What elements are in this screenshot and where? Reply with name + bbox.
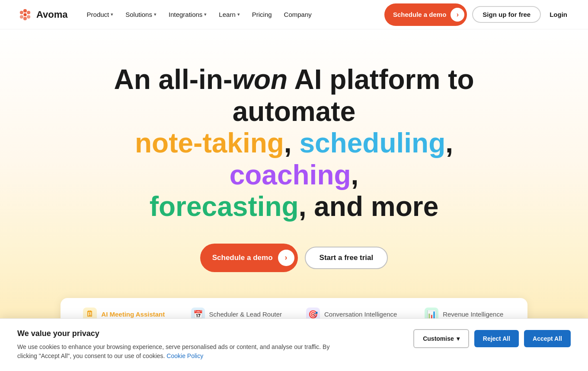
svg-point-0	[23, 13, 26, 16]
hero-buttons: Schedule a demo › Start a free trial	[17, 244, 571, 272]
free-trial-button[interactable]: Start a free trial	[305, 247, 388, 269]
svg-point-2	[27, 11, 30, 14]
svg-point-4	[23, 16, 27, 20]
schedule-demo-nav-button[interactable]: Schedule a demo ›	[384, 3, 467, 26]
hero-word-forecasting: forecasting	[150, 191, 299, 222]
svg-point-5	[20, 15, 23, 18]
customise-button[interactable]: Customise ▾	[413, 329, 469, 348]
reject-all-button[interactable]: Reject All	[474, 330, 519, 347]
nav-right: Schedule a demo › Sign up for free Login	[384, 3, 571, 26]
login-button[interactable]: Login	[546, 7, 571, 22]
hero-word-coaching: coaching	[230, 159, 351, 190]
chevron-down-icon: ▾	[111, 12, 113, 17]
cookie-title: We value your privacy	[17, 329, 346, 338]
chevron-down-icon: ▾	[457, 335, 460, 342]
svg-point-6	[20, 11, 23, 14]
hero-word-scheduling: scheduling	[299, 127, 445, 159]
svg-point-3	[27, 15, 30, 18]
nav-item-integrations[interactable]: Integrations ▾	[163, 7, 212, 22]
nav-links: Product ▾ Solutions ▾ Integrations ▾ Lea…	[82, 7, 317, 22]
nav-item-learn[interactable]: Learn ▾	[214, 7, 245, 22]
nav-item-solutions[interactable]: Solutions ▾	[120, 7, 162, 22]
schedule-demo-hero-button[interactable]: Schedule a demo ›	[200, 244, 298, 272]
hero-word-note-taking: note-taking	[135, 127, 284, 159]
nav-item-company[interactable]: Company	[279, 7, 317, 22]
headline-prefix: An all-in-	[114, 64, 232, 95]
cookie-buttons: Customise ▾ Reject All Accept All	[413, 329, 571, 348]
chevron-down-icon: ▾	[237, 12, 240, 17]
logo-text: Avoma	[36, 9, 68, 20]
hero-section: An all-in-won AI platform to automate no…	[0, 29, 588, 358]
cookie-body: We use cookies to enhance your browsing …	[17, 342, 346, 361]
logo-icon	[17, 7, 33, 22]
hero-headline: An all-in-won AI platform to automate no…	[99, 64, 489, 223]
arrow-circle-icon: ›	[278, 250, 294, 266]
cookie-content-row: We value your privacy We use cookies to …	[17, 329, 571, 361]
chevron-down-icon: ▾	[154, 12, 157, 17]
nav-item-pricing[interactable]: Pricing	[247, 7, 277, 22]
cookie-banner: We value your privacy We use cookies to …	[0, 318, 588, 371]
headline-won: won	[232, 64, 288, 95]
svg-point-1	[23, 9, 27, 12]
signup-button[interactable]: Sign up for free	[472, 6, 541, 23]
nav-item-product[interactable]: Product ▾	[82, 7, 119, 22]
accept-all-button[interactable]: Accept All	[524, 330, 571, 347]
nav-left: Avoma Product ▾ Solutions ▾ Integrations…	[17, 7, 317, 22]
arrow-circle-icon: ›	[451, 8, 464, 22]
cookie-content: We value your privacy We use cookies to …	[17, 329, 346, 361]
logo[interactable]: Avoma	[17, 7, 68, 22]
navigation: Avoma Product ▾ Solutions ▾ Integrations…	[0, 0, 588, 29]
cookie-policy-link[interactable]: Cookie Policy	[166, 352, 203, 359]
chevron-down-icon: ▾	[204, 12, 207, 17]
